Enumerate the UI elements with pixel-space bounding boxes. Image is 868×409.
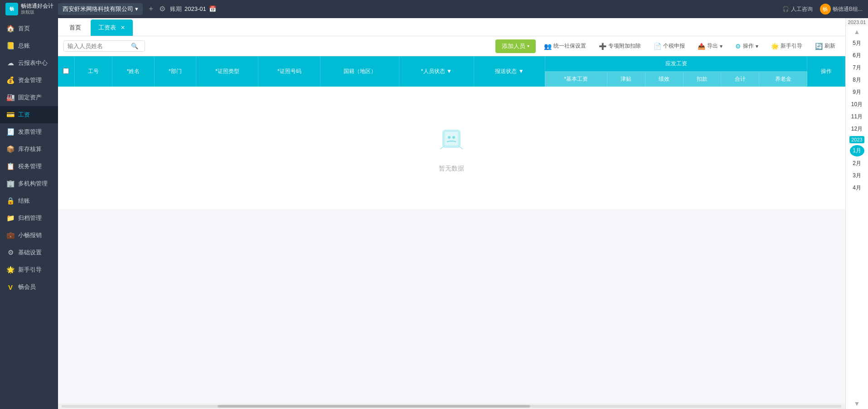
- expense-icon: 💼: [6, 231, 15, 239]
- guide-label: 新手引导: [781, 42, 802, 50]
- th-emp-id: 工号: [74, 56, 112, 87]
- operations-btn[interactable]: ⚙ 操作 ▾: [731, 40, 763, 52]
- ai-consult-btn[interactable]: 🎧 人工咨询: [782, 5, 813, 13]
- sidebar-item-settings[interactable]: ⚙ 基础设置: [0, 244, 58, 261]
- next-year-arrow[interactable]: ▼: [846, 398, 868, 409]
- month-6[interactable]: 6月: [846, 49, 868, 62]
- company-selector[interactable]: 西安虾米网络科技有限公司 ▾: [58, 3, 143, 15]
- fund-icon: 💰: [6, 76, 15, 84]
- month-list: 5月 6月 7月 8月 9月 10月 11月 12月 2023 1月 2月 3月…: [846, 37, 868, 398]
- sidebar-item-close[interactable]: 🔒 结账: [0, 192, 58, 209]
- sidebar-item-fund[interactable]: 💰 资金管理: [0, 72, 58, 89]
- logo-area: 畅 畅德通好会计 旗舰版: [5, 3, 53, 15]
- month-2[interactable]: 2月: [846, 157, 868, 170]
- sidebar-item-ledger[interactable]: 📒 总账: [0, 37, 58, 54]
- sidebar-item-tax[interactable]: 📋 税务管理: [0, 158, 58, 175]
- social-icon: 👥: [544, 43, 552, 50]
- tab-bar: 首页 工资表 ✕: [58, 18, 845, 36]
- month-11[interactable]: 11月: [846, 111, 868, 123]
- tab-home[interactable]: 首页: [62, 19, 89, 36]
- period-value: 2023-01: [184, 5, 206, 12]
- multi-org-icon: 🏢: [6, 180, 15, 188]
- sidebar-label-vip: 畅会员: [18, 283, 36, 291]
- select-all-checkbox[interactable]: [63, 68, 69, 74]
- ops-icon: ⚙: [735, 43, 741, 50]
- scroll-thumb[interactable]: [218, 405, 529, 408]
- right-panel: 2023.01 ▲ 5月 6月 7月 8月 9月 10月 11月 12月 202…: [845, 18, 868, 409]
- logo-icon: 畅: [5, 3, 18, 15]
- deduction-label: 专项附加扣除: [608, 42, 641, 50]
- sidebar-label-expense: 小畅报销: [18, 231, 42, 239]
- archive-icon: 📁: [6, 214, 15, 222]
- sidebar-item-home[interactable]: 🏠 首页: [0, 20, 58, 37]
- month-4[interactable]: 4月: [846, 182, 868, 194]
- refresh-btn[interactable]: 🔄 刷新: [810, 40, 840, 52]
- tax-label: 个税申报: [663, 42, 685, 50]
- month-7[interactable]: 7月: [846, 62, 868, 74]
- sidebar-item-fixed-assets[interactable]: 🏭 固定资产: [0, 89, 58, 106]
- month-3[interactable]: 3月: [846, 170, 868, 182]
- tab-close-icon[interactable]: ✕: [121, 25, 125, 30]
- month-12[interactable]: 12月: [846, 123, 868, 135]
- scroll-track[interactable]: [62, 405, 842, 408]
- guide-btn[interactable]: 🌟 新手引导: [766, 40, 807, 52]
- th-performance: 绩效: [645, 72, 683, 87]
- month-10[interactable]: 10月: [846, 98, 868, 111]
- month-8[interactable]: 8月: [846, 74, 868, 86]
- export-btn[interactable]: 📤 导出 ▾: [693, 40, 727, 52]
- sidebar-label-archive: 归档管理: [18, 214, 42, 222]
- calendar-icon[interactable]: 📅: [209, 5, 216, 12]
- sidebar-item-inventory[interactable]: 📦 库存核算: [0, 141, 58, 158]
- th-checkbox[interactable]: [58, 56, 74, 87]
- sidebar: 🏠 首页 📒 总账 ☁ 云报表中心 💰 资金管理 🏭 固定资产 💳 工资 🧾 发…: [0, 18, 58, 409]
- company-name: 西安虾米网络科技有限公司: [63, 5, 133, 13]
- tax-filing-btn[interactable]: 📄 个税申报: [649, 40, 689, 52]
- toolbar-area: 🔍 添加人员 ▾ 👥 统一社保设置 ➕ 专项附加扣除 📄 个税申报 📤 导出: [58, 36, 845, 56]
- sidebar-item-guide[interactable]: 🌟 新手引导: [0, 261, 58, 278]
- month-1-active[interactable]: 1月: [850, 145, 864, 156]
- current-year-badge: 2023: [849, 136, 864, 143]
- export-label: 导出: [707, 42, 718, 50]
- home-icon: 🏠: [6, 24, 15, 33]
- th-social-ins: 养老金: [759, 72, 807, 87]
- sidebar-item-archive[interactable]: 📁 归档管理: [0, 209, 58, 227]
- sidebar-item-salary[interactable]: 💳 工资: [0, 106, 58, 123]
- month-9[interactable]: 9月: [846, 86, 868, 98]
- company-dropdown-icon: ▾: [135, 5, 138, 12]
- empty-illustration: [433, 123, 470, 159]
- user-avatar: 畅: [820, 4, 831, 15]
- sidebar-label-tax: 税务管理: [18, 162, 42, 170]
- search-wrap[interactable]: 🔍: [63, 40, 145, 52]
- prev-year-arrow[interactable]: ▲: [846, 26, 868, 37]
- content-area: 首页 工资表 ✕ 🔍 添加人员 ▾ 👥 统一社保设置 ➕: [58, 18, 845, 409]
- th-allowance: 津贴: [607, 72, 645, 87]
- th-total: 合计: [721, 72, 759, 87]
- th-id-number: *证照号码: [258, 56, 320, 87]
- sidebar-item-expense[interactable]: 💼 小畅报销: [0, 227, 58, 244]
- logo-title: 畅德通好会计: [21, 3, 53, 9]
- sidebar-item-vip[interactable]: V 畅会员: [0, 278, 58, 296]
- sidebar-item-cloud-report[interactable]: ☁ 云报表中心: [0, 54, 58, 72]
- scrollbar-area[interactable]: [58, 404, 845, 409]
- sidebar-label-guide: 新手引导: [18, 266, 42, 274]
- user-menu[interactable]: 畅 畅德通B组...: [820, 4, 863, 15]
- sidebar-label-close: 结账: [18, 197, 30, 205]
- deduction-icon: ➕: [599, 43, 606, 50]
- month-5[interactable]: 5月: [846, 37, 868, 49]
- settings-icon[interactable]: ⚙: [159, 5, 165, 13]
- sidebar-item-invoice[interactable]: 🧾 发票管理: [0, 123, 58, 141]
- special-deduction-btn[interactable]: ➕ 专项附加扣除: [594, 40, 645, 52]
- ops-dropdown-icon: ▾: [756, 43, 758, 49]
- sidebar-label-fixed: 固定资产: [18, 93, 42, 102]
- user-name: 畅德通B组...: [833, 5, 863, 13]
- svg-rect-1: [445, 132, 458, 146]
- search-input[interactable]: [68, 43, 131, 49]
- guide-icon: 🌟: [6, 266, 15, 274]
- tab-salary-table[interactable]: 工资表 ✕: [91, 19, 133, 36]
- sidebar-item-multi-org[interactable]: 🏢 多机构管理: [0, 175, 58, 192]
- sidebar-label-cloud: 云报表中心: [18, 59, 48, 67]
- social-security-btn[interactable]: 👥 统一社保设置: [539, 40, 591, 52]
- add-company-btn[interactable]: ＋: [147, 4, 155, 14]
- add-person-dropdown-icon: ▾: [527, 44, 529, 49]
- add-person-button[interactable]: 添加人员 ▾: [495, 39, 536, 53]
